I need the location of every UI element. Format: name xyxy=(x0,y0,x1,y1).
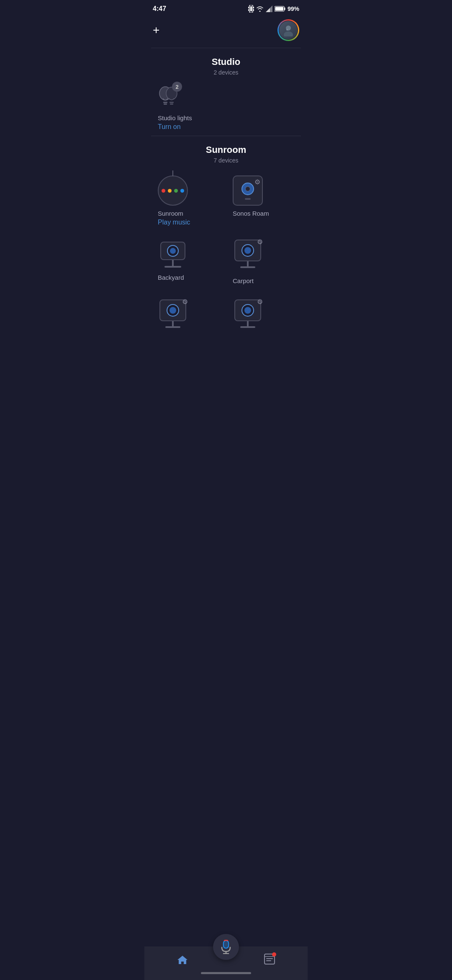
carport-icon-wrap: ⚙ xyxy=(233,240,263,273)
svg-rect-9 xyxy=(284,8,285,10)
sunroom-device-row-3: ⚙ ⚙ xyxy=(153,296,299,340)
status-bar: 4:47 99% xyxy=(144,0,308,16)
dot-green xyxy=(174,189,178,193)
sonos-body xyxy=(240,181,255,200)
google-dots xyxy=(162,189,184,193)
backyard-label: Backyard xyxy=(158,274,184,281)
svg-marker-7 xyxy=(266,8,270,12)
wifi-icon xyxy=(256,6,264,12)
device5-gear-icon: ⚙ xyxy=(182,298,188,306)
device5-stand xyxy=(172,321,174,326)
carport-lens xyxy=(241,244,254,257)
device5-lens-inner xyxy=(170,307,176,314)
svg-rect-10 xyxy=(275,7,283,11)
sunroom-section: Sunroom 7 devices Sunroom Play music xyxy=(144,136,308,346)
svg-rect-19 xyxy=(170,103,173,105)
add-button[interactable]: + xyxy=(153,24,159,36)
carport-label: Carport xyxy=(233,277,254,284)
battery-icon xyxy=(275,6,285,12)
studio-lights-label: Studio lights xyxy=(158,114,192,121)
dot-red xyxy=(162,189,165,193)
backyard-item: Backyard xyxy=(154,236,223,289)
carport-screen: ⚙ xyxy=(234,240,261,261)
sonos-icon-wrap: ⚙ xyxy=(233,175,263,206)
avatar-inner xyxy=(279,21,298,39)
backyard-camera-base xyxy=(164,266,181,268)
carport-monitor-icon: ⚙ xyxy=(233,240,263,273)
carport-gear-icon: ⚙ xyxy=(257,238,263,246)
svg-rect-4 xyxy=(248,9,249,11)
turn-on-button[interactable]: Turn on xyxy=(158,123,181,131)
device5-screen: ⚙ xyxy=(159,299,186,321)
device6-monitor-icon: ⚙ xyxy=(233,299,263,333)
battery-percent: 99% xyxy=(288,5,299,12)
device6-screen: ⚙ xyxy=(234,299,261,321)
studio-lights-icon-wrap: 2 xyxy=(158,84,178,110)
svg-rect-16 xyxy=(164,103,167,105)
dot-yellow xyxy=(168,189,172,193)
device6-lens-inner xyxy=(244,307,251,314)
backyard-camera-lens xyxy=(167,245,179,257)
device6-gear-icon: ⚙ xyxy=(257,298,263,306)
carport-stand xyxy=(247,261,249,266)
sonos-roam-label: Sonos Roam xyxy=(233,210,269,217)
carport-item: ⚙ Carport xyxy=(229,236,298,289)
status-icons: 99% xyxy=(248,5,299,13)
carport-foot xyxy=(240,266,255,268)
svg-point-12 xyxy=(284,31,293,36)
studio-section: Studio 2 devices 2 Studio xyxy=(144,48,308,136)
sunroom-speaker-item: Sunroom Play music xyxy=(154,172,223,230)
svg-rect-2 xyxy=(248,7,249,8)
sunroom-title: Sunroom xyxy=(153,144,299,155)
vibrate-icon xyxy=(248,5,254,13)
svg-rect-3 xyxy=(253,7,254,8)
sonos-bar xyxy=(245,198,251,200)
bottom-spacer xyxy=(144,346,308,392)
studio-title: Studio xyxy=(153,57,299,67)
avatar-image xyxy=(282,24,295,36)
light-icon: 2 xyxy=(158,84,178,108)
svg-rect-18 xyxy=(170,102,174,103)
device5-lens xyxy=(167,304,179,317)
backyard-lens-inner xyxy=(170,248,176,254)
studio-device-row: 2 Studio lights Turn on xyxy=(153,84,299,131)
sonos-gear-icon: ⚙ xyxy=(254,178,260,186)
studio-subtitle: 2 devices xyxy=(153,69,299,76)
sunroom-subtitle: 7 devices xyxy=(153,157,299,164)
backyard-icon-wrap xyxy=(158,240,188,270)
google-home-speaker-icon xyxy=(158,175,188,206)
device5-item: ⚙ xyxy=(154,296,223,340)
top-bar: + xyxy=(144,16,308,48)
sonos-roam-item: ⚙ Sonos Roam xyxy=(229,172,298,230)
device6-lens xyxy=(241,304,254,317)
backyard-camera-stand xyxy=(172,260,174,266)
status-time: 4:47 xyxy=(153,5,166,13)
sunroom-device-row-2: Backyard ⚙ Carport xyxy=(153,236,299,289)
studio-device-badge: 2 xyxy=(172,82,182,92)
sonos-roam-icon: ⚙ xyxy=(233,175,263,206)
device6-item: ⚙ xyxy=(229,296,298,340)
device6-icon-wrap: ⚙ xyxy=(233,299,263,333)
device6-foot xyxy=(240,326,255,328)
svg-rect-5 xyxy=(253,9,254,11)
svg-rect-15 xyxy=(163,102,167,103)
carport-lens-inner xyxy=(244,247,251,254)
sonos-inner-circle xyxy=(245,186,250,191)
play-music-button[interactable]: Play music xyxy=(158,219,190,226)
signal-icon xyxy=(266,5,272,12)
sunroom-speaker-icon xyxy=(158,175,188,206)
device6-stand xyxy=(247,321,249,326)
avatar[interactable] xyxy=(277,19,299,41)
device5-monitor-icon: ⚙ xyxy=(158,299,188,333)
svg-rect-1 xyxy=(250,6,252,11)
device5-icon-wrap: ⚙ xyxy=(158,299,188,333)
backyard-camera-icon xyxy=(158,240,188,270)
sunroom-speaker-label: Sunroom xyxy=(158,210,183,217)
dot-blue xyxy=(180,189,184,193)
sunroom-device-row-1: Sunroom Play music ⚙ Sonos Roam xyxy=(153,172,299,230)
backyard-camera-body xyxy=(160,242,185,260)
device5-foot xyxy=(165,326,180,328)
svg-point-13 xyxy=(286,29,288,31)
